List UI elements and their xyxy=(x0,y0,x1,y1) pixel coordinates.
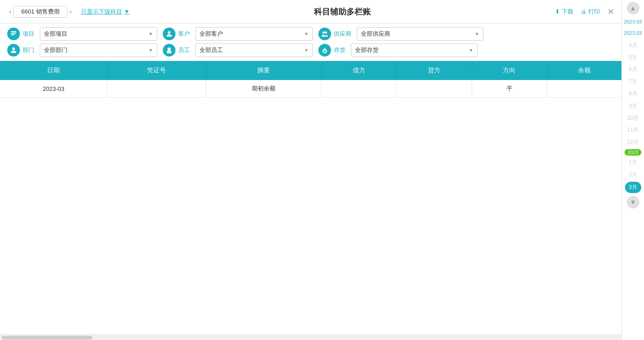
filter-label-department: 部门 xyxy=(7,44,34,57)
download-button[interactable]: ⬇ 下载 xyxy=(555,8,573,16)
svg-point-4 xyxy=(322,32,325,34)
svg-point-3 xyxy=(168,31,170,34)
svg-point-5 xyxy=(325,32,327,34)
col-credit: 贷方 xyxy=(397,61,472,80)
timeline-year-row: 2023 xyxy=(622,149,644,156)
next-account-button[interactable]: › xyxy=(67,8,73,16)
ledger-table: 日期 凭证号 摘要 借方 贷方 方向 余额 2023-03 期初余额 xyxy=(0,61,621,98)
timeline-item-3-active[interactable]: 3月 xyxy=(625,182,641,193)
col-date: 日期 xyxy=(0,61,107,80)
filter-label-supplier: 供应商 xyxy=(318,28,351,40)
cell-voucher xyxy=(107,80,206,98)
timeline-nav-up-button[interactable]: ▲ xyxy=(627,2,639,14)
content-area: ‹ 6601 销售费用 › 只显示下级科目 ▼ 科目辅助多栏账 ⬇ 下载 🖨 打… xyxy=(0,0,621,340)
customer-select-value: 全部客户 xyxy=(199,30,223,38)
table-header-row: 日期 凭证号 摘要 借方 贷方 方向 余额 xyxy=(0,61,621,80)
svg-rect-0 xyxy=(11,31,16,32)
show-sub-button[interactable]: 只显示下级科目 ▼ xyxy=(81,8,130,16)
department-select-value: 全部部门 xyxy=(44,46,67,54)
department-select-arrow: ▼ xyxy=(148,47,153,53)
svg-rect-2 xyxy=(11,34,14,35)
top-actions: ⬇ 下载 🖨 打印 xyxy=(555,8,600,16)
department-label: 部门 xyxy=(23,46,34,54)
timeline-item-5[interactable]: 5月 xyxy=(622,52,644,64)
main-window: ‹ 6601 销售费用 › 只显示下级科目 ▼ 科目辅助多栏账 ⬇ 下载 🖨 打… xyxy=(0,0,644,340)
col-balance: 余额 xyxy=(547,61,621,80)
inventory-label: 存货 xyxy=(334,46,346,54)
filter-label-project: 项目 xyxy=(7,28,34,40)
inventory-select-arrow: ▼ xyxy=(469,47,474,53)
department-icon xyxy=(7,44,20,57)
cell-summary: 期初余额 xyxy=(206,80,321,98)
supplier-select-value: 全部供应商 xyxy=(361,30,390,38)
project-label: 项目 xyxy=(23,30,34,38)
cell-debit xyxy=(321,80,396,98)
timeline-item-2023-03-second[interactable]: 2023.03 xyxy=(622,28,644,39)
svg-rect-1 xyxy=(11,33,16,34)
timeline-item-8[interactable]: 8月 xyxy=(622,88,644,100)
employee-select-value: 全部员工 xyxy=(199,46,223,54)
employee-select[interactable]: 全部员工 ▼ xyxy=(195,43,313,57)
customer-select[interactable]: 全部客户 ▼ xyxy=(195,27,313,41)
year-badge[interactable]: 2023 xyxy=(625,149,641,156)
filter-row-2: 部门 全部部门 ▼ 员工 xyxy=(7,43,614,57)
filter-bar: 项目 全部项目 ▼ 客户 全部客户 xyxy=(0,24,621,61)
table-row: 2023-03 期初余额 平 xyxy=(0,80,621,98)
scrollbar-thumb[interactable] xyxy=(2,336,92,340)
supplier-select-arrow: ▼ xyxy=(474,31,479,37)
prev-account-button[interactable]: ‹ xyxy=(7,8,13,16)
top-bar: ‹ 6601 销售费用 › 只显示下级科目 ▼ 科目辅助多栏账 ⬇ 下载 🖨 打… xyxy=(0,0,621,24)
close-button[interactable]: ✕ xyxy=(607,7,614,17)
timeline-item-1[interactable]: 1月 xyxy=(622,156,644,169)
inventory-select-value: 全部存货 xyxy=(355,46,379,54)
print-label: 打印 xyxy=(588,8,600,16)
timeline-item-10[interactable]: 10月 xyxy=(622,112,644,124)
print-button[interactable]: 🖨 打印 xyxy=(581,8,600,16)
filter-row-1: 项目 全部项目 ▼ 客户 全部客户 xyxy=(7,27,614,41)
inventory-select[interactable]: 全部存货 ▼ xyxy=(351,43,478,57)
timeline-item-2023-03-first[interactable]: 2023.03 xyxy=(622,16,644,28)
show-sub-label: 只显示下级科目 xyxy=(81,8,122,16)
employee-label: 员工 xyxy=(178,46,190,54)
timeline-item-6[interactable]: 6月 xyxy=(622,63,644,76)
project-select[interactable]: 全部项目 ▼ xyxy=(40,27,157,41)
timeline-item-11[interactable]: 11月 xyxy=(622,124,644,136)
timeline-item-2[interactable]: 2月 xyxy=(622,169,644,181)
chevron-down-icon: ▼ xyxy=(124,8,130,15)
department-select[interactable]: 全部部门 ▼ xyxy=(40,43,157,57)
employee-select-arrow: ▼ xyxy=(304,47,309,53)
filter-label-inventory: 存货 xyxy=(318,44,346,57)
account-code-display[interactable]: 6601 销售费用 xyxy=(13,6,67,18)
svg-point-6 xyxy=(12,47,15,50)
customer-label: 客户 xyxy=(178,30,190,38)
table-container: 日期 凭证号 摘要 借方 贷方 方向 余额 2023-03 期初余额 xyxy=(0,61,621,330)
timeline-item-9[interactable]: 9月 xyxy=(622,100,644,112)
timeline-item-12[interactable]: 12月 xyxy=(622,136,644,148)
supplier-label: 供应商 xyxy=(334,30,351,38)
project-icon xyxy=(7,28,20,40)
cell-credit xyxy=(397,80,472,98)
horizontal-scrollbar[interactable] xyxy=(0,335,624,340)
project-select-arrow: ▼ xyxy=(148,31,153,37)
page-title: 科目辅助多栏账 xyxy=(130,6,555,17)
supplier-select[interactable]: 全部供应商 ▼ xyxy=(357,27,483,41)
cell-date: 2023-03 xyxy=(0,80,107,98)
supplier-icon xyxy=(318,28,331,40)
timeline-panel: ▲ 2023.03 2023.03 4月 5月 6月 7月 8月 9月 10月 … xyxy=(621,0,644,340)
col-direction: 方向 xyxy=(472,61,547,80)
timeline-item-7[interactable]: 7月 xyxy=(622,76,644,88)
timeline-item-4[interactable]: 4月 xyxy=(622,39,644,52)
filter-label-employee: 员工 xyxy=(163,44,190,57)
col-voucher: 凭证号 xyxy=(107,61,206,80)
cell-direction: 平 xyxy=(472,80,547,98)
customer-select-arrow: ▼ xyxy=(304,31,309,37)
employee-icon xyxy=(163,44,175,57)
filter-label-customer: 客户 xyxy=(163,28,190,40)
inventory-icon xyxy=(318,44,331,57)
col-summary: 摘要 xyxy=(206,61,321,80)
download-label: 下载 xyxy=(562,8,573,16)
project-select-value: 全部项目 xyxy=(44,30,67,38)
timeline-nav-down-button[interactable]: ▼ xyxy=(627,196,639,208)
col-debit: 借方 xyxy=(321,61,396,80)
cell-balance xyxy=(547,80,621,98)
